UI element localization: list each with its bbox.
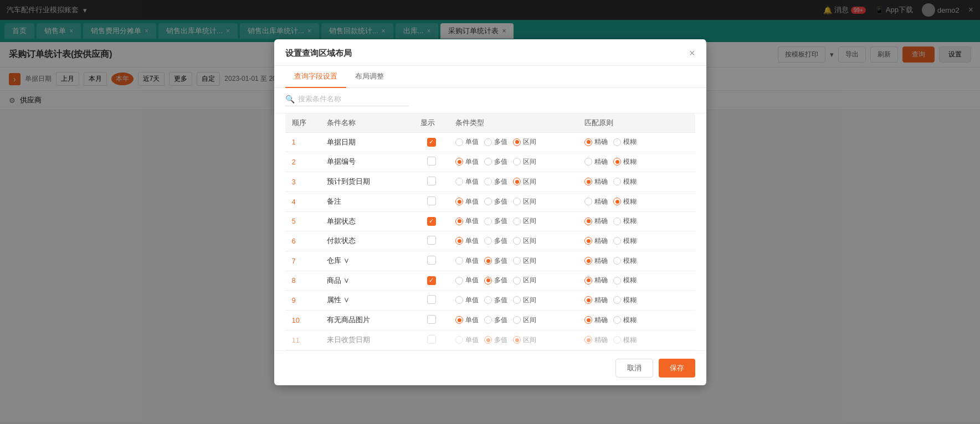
- type-option-type_multi[interactable]: 多值: [484, 157, 507, 167]
- show-checkbox[interactable]: [427, 276, 436, 285]
- match-option-match_exact[interactable]: 精确: [584, 316, 608, 325]
- table-row: 6付款状态单值多值区间精确模糊: [285, 231, 695, 251]
- radio-circle: [584, 178, 592, 185]
- type-option-type_multi[interactable]: 多值: [484, 335, 507, 345]
- radio-label: 多值: [494, 216, 507, 226]
- config-table-body: 1单据日期单值多值区间精确模糊2单据编号单值多值区间精确模糊3预计到货日期单值多…: [285, 132, 695, 350]
- type-option-type_range[interactable]: 区间: [513, 137, 536, 147]
- show-checkbox[interactable]: [427, 236, 436, 245]
- modal-table-container: 顺序 条件名称 显示 条件类型 匹配原则 1单据日期单值多值区间精确模糊2单据编…: [285, 113, 695, 350]
- show-checkbox[interactable]: [427, 138, 436, 147]
- radio-label: 多值: [494, 296, 507, 305]
- radio-circle: [484, 178, 492, 185]
- radio-circle: [484, 296, 492, 304]
- radio-circle: [613, 277, 621, 285]
- row-match-cell: 精确模糊: [578, 271, 695, 290]
- match-option-match_exact[interactable]: 精确: [584, 197, 608, 206]
- type-option-type_multi[interactable]: 多值: [484, 236, 507, 246]
- match-option-match_fuzzy[interactable]: 模糊: [613, 177, 637, 187]
- match-option-match_exact[interactable]: 精确: [584, 335, 608, 345]
- radio-circle: [513, 257, 521, 265]
- type-option-type_single[interactable]: 单值: [455, 276, 479, 285]
- radio-circle: [513, 218, 521, 225]
- type-option-type_single[interactable]: 单值: [455, 197, 479, 206]
- modal-close-button[interactable]: ×: [689, 48, 695, 58]
- match-option-match_fuzzy[interactable]: 模糊: [613, 197, 637, 206]
- match-option-match_exact[interactable]: 精确: [584, 157, 608, 167]
- type-option-type_single[interactable]: 单值: [455, 316, 479, 325]
- type-option-type_range[interactable]: 区间: [513, 197, 536, 206]
- cancel-button[interactable]: 取消: [615, 359, 653, 378]
- type-option-type_single[interactable]: 单值: [455, 296, 479, 305]
- type-option-type_range[interactable]: 区间: [513, 316, 536, 325]
- search-input[interactable]: [298, 95, 409, 103]
- type-option-type_multi[interactable]: 多值: [484, 177, 507, 187]
- match-option-match_exact[interactable]: 精确: [584, 296, 608, 305]
- search-icon: 🔍: [285, 95, 295, 104]
- type-option-type_multi[interactable]: 多值: [484, 276, 507, 285]
- match-option-match_exact[interactable]: 精确: [584, 236, 608, 246]
- tab-query-settings[interactable]: 查询字段设置: [285, 66, 346, 88]
- type-option-type_range[interactable]: 区间: [513, 296, 536, 305]
- show-checkbox[interactable]: [427, 177, 436, 185]
- match-option-match_fuzzy[interactable]: 模糊: [613, 236, 637, 246]
- row-order: 9: [285, 290, 320, 310]
- type-option-type_range[interactable]: 区间: [513, 335, 536, 345]
- type-option-type_multi[interactable]: 多值: [484, 296, 507, 305]
- type-option-type_multi[interactable]: 多值: [484, 197, 507, 206]
- show-checkbox[interactable]: [427, 256, 436, 265]
- type-option-type_single[interactable]: 单值: [455, 236, 479, 246]
- show-checkbox[interactable]: [427, 157, 436, 166]
- show-checkbox[interactable]: [427, 217, 436, 226]
- save-button[interactable]: 保存: [659, 359, 695, 378]
- row-order: 7: [285, 251, 320, 271]
- type-option-type_single[interactable]: 单值: [455, 335, 479, 345]
- radio-circle: [455, 316, 463, 324]
- match-option-match_exact[interactable]: 精确: [584, 216, 608, 226]
- row-condition-name: 付款状态: [320, 231, 414, 251]
- type-option-type_range[interactable]: 区间: [513, 157, 536, 167]
- type-option-type_range[interactable]: 区间: [513, 276, 536, 285]
- radio-circle: [484, 277, 492, 285]
- type-radio-group: 单值多值区间: [455, 316, 571, 325]
- match-option-match_exact[interactable]: 精确: [584, 256, 608, 266]
- show-checkbox[interactable]: [427, 197, 436, 205]
- type-option-type_multi[interactable]: 多值: [484, 216, 507, 226]
- type-option-type_range[interactable]: 区间: [513, 177, 536, 187]
- match-option-match_fuzzy[interactable]: 模糊: [613, 137, 637, 147]
- radio-label: 精确: [594, 256, 608, 266]
- row-type-cell: 单值多值区间: [449, 310, 578, 330]
- type-option-type_range[interactable]: 区间: [513, 216, 536, 226]
- match-option-match_fuzzy[interactable]: 模糊: [613, 276, 637, 285]
- table-row: 9属性 ∨单值多值区间精确模糊: [285, 290, 695, 310]
- type-option-type_multi[interactable]: 多值: [484, 137, 507, 147]
- row-match-cell: 精确模糊: [578, 172, 695, 192]
- type-option-type_single[interactable]: 单值: [455, 256, 479, 266]
- show-checkbox[interactable]: [427, 335, 436, 344]
- type-option-type_range[interactable]: 区间: [513, 236, 536, 246]
- type-option-type_range[interactable]: 区间: [513, 256, 536, 266]
- match-option-match_fuzzy[interactable]: 模糊: [613, 335, 637, 345]
- row-match-cell: 精确模糊: [578, 211, 695, 231]
- match-option-match_fuzzy[interactable]: 模糊: [613, 157, 637, 167]
- match-option-match_fuzzy[interactable]: 模糊: [613, 216, 637, 226]
- radio-label: 多值: [494, 197, 507, 206]
- tab-layout-adjust[interactable]: 布局调整: [346, 66, 393, 88]
- match-option-match_fuzzy[interactable]: 模糊: [613, 316, 637, 325]
- show-checkbox[interactable]: [427, 295, 436, 304]
- match-option-match_exact[interactable]: 精确: [584, 137, 608, 147]
- type-option-type_multi[interactable]: 多值: [484, 256, 507, 266]
- match-option-match_exact[interactable]: 精确: [584, 276, 608, 285]
- type-option-type_multi[interactable]: 多值: [484, 316, 507, 325]
- match-option-match_fuzzy[interactable]: 模糊: [613, 296, 637, 305]
- type-option-type_single[interactable]: 单值: [455, 177, 479, 187]
- type-option-type_single[interactable]: 单值: [455, 137, 479, 147]
- match-option-match_exact[interactable]: 精确: [584, 177, 608, 187]
- type-option-type_single[interactable]: 单值: [455, 157, 479, 167]
- type-option-type_single[interactable]: 单值: [455, 216, 479, 226]
- radio-circle: [613, 178, 621, 185]
- modal-search-section: 🔍: [274, 88, 706, 113]
- match-option-match_fuzzy[interactable]: 模糊: [613, 256, 637, 266]
- row-match-cell: 精确模糊: [578, 290, 695, 310]
- show-checkbox[interactable]: [427, 315, 436, 324]
